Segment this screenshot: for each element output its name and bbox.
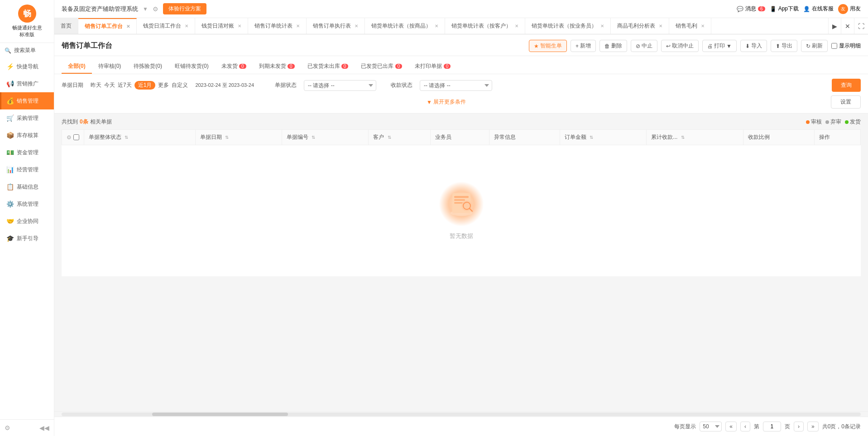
payment-select[interactable]: -- 请选择 --	[420, 80, 492, 91]
date-last1month[interactable]: 近1月	[134, 81, 156, 90]
tab-scroll-right-btn[interactable]: ▶	[828, 18, 841, 34]
prev-page-btn[interactable]: ‹	[740, 422, 750, 431]
message-btn[interactable]: 💬 消息 6	[737, 5, 765, 13]
sub-tab-overdue[interactable]: 到期未发货 0	[253, 60, 301, 74]
sidebar-item-system[interactable]: ⚙️ 系统管理	[0, 195, 54, 213]
tab-sales-summary-customer[interactable]: 销货单统计表（按客户） ✕	[445, 18, 525, 34]
next-page-btn[interactable]: ›	[794, 422, 804, 431]
related-text: 相关单据	[90, 118, 112, 126]
tab-sales-workbench[interactable]: 销售订单工作台 ✕	[78, 18, 137, 34]
sidebar-item-purchase[interactable]: 🛒 采购管理	[0, 109, 54, 127]
gear-icon[interactable]: ⚙	[153, 5, 158, 13]
tab-close-icon[interactable]: ✕	[185, 24, 188, 28]
sub-tab-pending-inspect[interactable]: 待拣验货(0)	[127, 60, 168, 74]
sidebar-item-operations[interactable]: 📊 经营管理	[0, 161, 54, 178]
date-last7[interactable]: 近7天	[118, 81, 132, 89]
sort-status-icon[interactable]: ⇅	[125, 135, 128, 140]
select-all-checkbox[interactable]	[73, 134, 79, 140]
suspend-btn[interactable]: ⊘ 中止	[631, 40, 657, 52]
tab-close-icon[interactable]: ✕	[515, 24, 518, 28]
sidebar-item-marketing[interactable]: 📢 营销推广	[0, 75, 54, 92]
refresh-btn[interactable]: ↻ 刷新	[801, 40, 828, 52]
tab-close-icon[interactable]: ✕	[600, 24, 604, 28]
settings-bottom-icon[interactable]: ⚙	[5, 424, 10, 431]
tab-sales-stats[interactable]: 销售订单统计表 ✕	[248, 18, 307, 34]
tab-home[interactable]: 首页	[54, 18, 78, 34]
status-select[interactable]: -- 请选择 --	[304, 80, 376, 91]
setting-btn[interactable]: 设置	[831, 95, 861, 109]
tab-close-icon[interactable]: ✕	[355, 24, 358, 28]
date-custom[interactable]: 自定义	[172, 81, 188, 89]
tab-close-icon[interactable]: ✕	[296, 24, 300, 28]
cancel-suspend-btn[interactable]: ↩ 取消中止	[661, 40, 699, 52]
tab-close-icon[interactable]: ✕	[701, 24, 705, 28]
page-size-select[interactable]: 50 100 200	[700, 422, 722, 431]
add-btn[interactable]: + 新增	[571, 40, 596, 52]
sidebar-item-enterprise[interactable]: 🤝 企业协同	[0, 213, 54, 230]
sub-tab-shipped-out[interactable]: 已发货已出库 0	[355, 60, 408, 74]
sidebar-item-inventory[interactable]: 📦 库存核算	[0, 127, 54, 144]
sub-tab-not-printed[interactable]: 未打印单据 0	[408, 60, 457, 74]
first-page-btn[interactable]: «	[725, 422, 737, 431]
tab-cash-reconcile[interactable]: 钱货日清对账 ✕	[195, 18, 248, 34]
show-detail-toggle[interactable]: 显示明细	[831, 42, 861, 50]
ship-action[interactable]: 发货	[845, 118, 861, 126]
expand-system-icon[interactable]: ▼	[143, 6, 148, 12]
scrollbar-thumb[interactable]	[152, 412, 288, 416]
smart-create-btn[interactable]: ★ 智能生单	[529, 40, 567, 52]
sidebar-search-item[interactable]: 🔍 搜索菜单	[0, 43, 54, 58]
sub-tab-shipped-not-out[interactable]: 已发货未出库 0	[301, 60, 355, 74]
sidebar-item-basic[interactable]: 📋 基础信息	[0, 178, 54, 195]
import-btn[interactable]: ⬇ 导入	[740, 40, 767, 52]
sub-tab-all[interactable]: 全部(0)	[62, 60, 92, 74]
page-input[interactable]: 1	[763, 422, 781, 431]
settings-icon[interactable]: ⚙	[67, 134, 72, 141]
sub-tab-bar: 全部(0) 待审核(0) 待拣验货(0) 旺铺待发货(0) 未发货 0 到期未发…	[54, 56, 868, 74]
tab-cash-daily[interactable]: 钱货日清工作台 ✕	[137, 18, 195, 34]
date-today[interactable]: 今天	[104, 81, 115, 89]
last-page-btn[interactable]: »	[807, 422, 819, 431]
cancel-review-action[interactable]: 弃审	[825, 118, 841, 126]
tab-sales-summary-product[interactable]: 销货单统计表（按商品） ✕	[365, 18, 445, 34]
tab-sales-profit[interactable]: 销售毛利 ✕	[669, 18, 711, 34]
th-exception: 异常信息	[489, 130, 560, 145]
tab-close-icon[interactable]: ✕	[435, 24, 438, 28]
collapse-icon[interactable]: ◀◀	[39, 424, 49, 431]
date-more[interactable]: 更多	[158, 81, 169, 89]
sort-number-icon[interactable]: ⇅	[312, 135, 315, 140]
sub-tab-pending-review[interactable]: 待审核(0)	[92, 60, 128, 74]
horizontal-scrollbar[interactable]	[54, 411, 868, 417]
sort-received-icon[interactable]: ⇅	[681, 135, 685, 140]
tab-fullscreen-btn[interactable]: ⛶	[854, 18, 868, 34]
tab-close-icon[interactable]: ✕	[659, 24, 662, 28]
date-yesterday[interactable]: 昨天	[91, 81, 101, 89]
tab-sales-summary-staff[interactable]: 销货单统计表（按业务员） ✕	[525, 18, 611, 34]
user-btn[interactable]: 友 用友	[838, 4, 861, 14]
sidebar-item-quick-nav[interactable]: ⚡ 快捷导航	[0, 58, 54, 75]
tab-gross-profit[interactable]: 商品毛利分析表 ✕	[611, 18, 669, 34]
sort-amount-icon[interactable]: ⇅	[590, 135, 593, 140]
query-btn[interactable]: 查询	[832, 79, 861, 92]
date-filter-label: 单据日期	[62, 81, 83, 89]
sort-customer-icon[interactable]: ⇅	[388, 135, 391, 140]
tab-sales-exec[interactable]: 销售订单执行表 ✕	[307, 18, 365, 34]
sort-date-icon[interactable]: ⇅	[225, 135, 229, 140]
review-action[interactable]: 审核	[806, 118, 822, 126]
sidebar-item-sales[interactable]: 💰 销售管理	[0, 92, 54, 109]
sidebar-item-finance[interactable]: 💵 资金管理	[0, 144, 54, 161]
sub-tab-not-shipped[interactable]: 未发货 0	[215, 60, 253, 74]
delete-btn[interactable]: 🗑 删除	[599, 40, 627, 52]
show-detail-checkbox[interactable]	[831, 43, 837, 49]
tab-close-icon[interactable]: ✕	[126, 24, 130, 29]
expand-filter-btn[interactable]: ▼ 展开更多条件	[427, 98, 466, 106]
trial-btn[interactable]: 体验行业方案	[163, 3, 206, 14]
sub-tab-wangpu[interactable]: 旺铺待发货(0)	[168, 60, 215, 74]
sidebar-item-guide[interactable]: 🎓 新手引导	[0, 230, 54, 247]
tab-close-icon[interactable]: ✕	[238, 24, 241, 28]
export-btn[interactable]: ⬆ 导出	[771, 40, 797, 52]
app-download-btn[interactable]: 📱 App下载	[770, 5, 799, 13]
online-service-btn[interactable]: 👤 在线客服	[803, 5, 834, 13]
tab-close-all-btn[interactable]: ✕	[841, 18, 854, 34]
print-btn[interactable]: 🖨 打印 ▼	[702, 40, 737, 52]
not-shipped-badge: 0	[239, 64, 246, 69]
